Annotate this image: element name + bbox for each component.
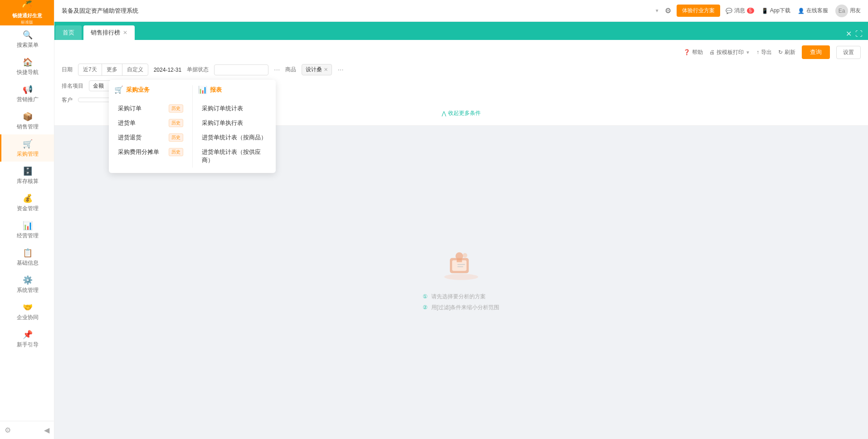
- online-service-item[interactable]: 👤 在线客服: [798, 7, 828, 15]
- filter-row-1: 日期 近7天 更多 自定义 2024-12-31 单据状态 ··· 商品 设计桑: [62, 64, 861, 76]
- guide-nav-icon: 📌: [23, 330, 33, 340]
- collapse-sidebar-icon[interactable]: ◀: [44, 426, 49, 434]
- dropdown-item-incoming-goods[interactable]: 进货单统计表（按商品）: [198, 130, 271, 145]
- logo: 🍊 畅捷通好生意 标准版: [0, 0, 54, 25]
- query-btn[interactable]: 查询: [802, 45, 830, 59]
- tip-num-2: ②: [423, 304, 428, 311]
- purchase-stat-label: 采购订单统计表: [202, 104, 243, 113]
- purchase-exec-label: 采购订单执行表: [202, 119, 243, 127]
- dropdown-item-incoming-supplier[interactable]: 进货单统计表（按供应商）: [198, 145, 271, 168]
- user-avatar-text: Ea: [839, 8, 845, 14]
- inventory-nav-label: 库存核算: [17, 178, 39, 185]
- svg-point-5: [463, 253, 467, 257]
- settings-icon[interactable]: ⚙: [5, 426, 11, 434]
- toolbar-row: ❓ 帮助 🖨 按模板打印 ▼ ↑ 导出 ↻ 刷新 查询 设置: [62, 45, 861, 59]
- logo-text: 畅捷通好生意: [12, 12, 42, 19]
- system-nav-label: 系统管理: [17, 286, 39, 294]
- sidebar-nav: 🔍 搜索菜单 🏠 快捷导航 📢 营销推广 📦 销售管理 🛒 采购管理 🗄️ 库存…: [0, 25, 54, 421]
- tab-close-all-icon[interactable]: ✕: [846, 30, 852, 38]
- dropdown-item-return[interactable]: 进货退货 历史: [114, 130, 187, 145]
- logo-sub: 标准版: [21, 20, 33, 25]
- search-nav-label: 搜索菜单: [17, 41, 39, 49]
- system-title-dropdown-icon[interactable]: ▼: [655, 8, 659, 13]
- collab-nav-icon: 🤝: [23, 302, 33, 312]
- empty-tips: ① 请先选择要分析的方案 ② 用[过滤]条件来缩小分析范围: [423, 291, 499, 313]
- message-icon: 💬: [726, 8, 732, 14]
- sidebar-item-marketing[interactable]: 📢 营销推广: [0, 80, 54, 107]
- tab-sales-rank[interactable]: 销售排行榜 ✕: [83, 25, 135, 40]
- purchase-nav-label: 采购管理: [17, 150, 39, 158]
- search-nav-icon: 🔍: [23, 30, 33, 40]
- print-btn[interactable]: 🖨 按模板打印 ▼: [709, 49, 750, 56]
- sidebar-item-finance[interactable]: 💰 资金管理: [0, 189, 54, 216]
- incoming-label: 进货单: [118, 119, 136, 127]
- help-btn[interactable]: ❓ 帮助: [683, 49, 703, 56]
- header-settings-icon[interactable]: ⚙: [665, 6, 671, 15]
- doc-status-select[interactable]: [214, 64, 268, 75]
- phone-icon: 📱: [761, 8, 768, 14]
- export-icon: ↑: [756, 49, 759, 55]
- quick-nav-icon: 🏠: [23, 57, 33, 67]
- tip-text-2: 用[过滤]条件来缩小分析范围: [431, 304, 500, 311]
- online-service-label: 在线客服: [806, 7, 828, 15]
- sidebar-item-search[interactable]: 🔍 搜索菜单: [0, 25, 54, 53]
- return-label: 进货退货: [118, 133, 141, 142]
- sidebar-item-purchase[interactable]: 🛒 采购管理: [0, 134, 54, 162]
- print-icon: 🖨: [709, 49, 715, 55]
- app-download-item[interactable]: 📱 App下载: [761, 7, 790, 15]
- user-item[interactable]: Ea 用友: [835, 5, 861, 17]
- svg-point-0: [444, 274, 478, 280]
- refresh-btn[interactable]: ↻ 刷新: [778, 49, 795, 56]
- tab-home[interactable]: 首页: [55, 25, 82, 40]
- sales-nav-icon: 📦: [23, 112, 33, 122]
- sidebar-item-operation[interactable]: 📊 经营管理: [0, 216, 54, 243]
- goods-tag-close[interactable]: ✕: [324, 67, 328, 73]
- cost-history: 历史: [169, 148, 183, 156]
- goods-dots[interactable]: ···: [337, 66, 343, 74]
- finance-nav-label: 资金管理: [17, 205, 39, 212]
- sidebar-item-quick[interactable]: 🏠 快捷导航: [0, 53, 54, 80]
- marketing-nav-label: 营销推广: [17, 96, 39, 104]
- app-download-label: App下载: [770, 7, 790, 15]
- incoming-goods-label: 进货单统计表（按商品）: [202, 133, 267, 142]
- doc-status-dots[interactable]: ···: [274, 66, 280, 74]
- purchase-col-title-text: 采购业务: [126, 86, 150, 94]
- message-badge: 5: [747, 8, 754, 14]
- collapse-up-icon: ⋀: [442, 110, 446, 117]
- sidebar-item-system[interactable]: ⚙️ 系统管理: [0, 271, 54, 298]
- operation-nav-label: 经营管理: [17, 232, 39, 240]
- user-label: 用友: [850, 7, 861, 15]
- dropdown-item-purchase-stat[interactable]: 采购订单统计表: [198, 101, 271, 116]
- goods-tag-value: 设计桑: [306, 66, 322, 74]
- message-label: 消息: [734, 7, 745, 15]
- dropdown-item-purchase-order[interactable]: 采购订单 历史: [114, 101, 187, 116]
- collab-nav-label: 企业协同: [17, 314, 39, 321]
- tab-fullscreen-icon[interactable]: ⛶: [855, 30, 863, 38]
- sidebar-item-inventory[interactable]: 🗄️ 库存核算: [0, 162, 54, 189]
- dropdown-item-purchase-exec[interactable]: 采购订单执行表: [198, 116, 271, 130]
- date-more[interactable]: 更多: [102, 64, 122, 75]
- export-btn[interactable]: ↑ 导出: [756, 49, 772, 56]
- logo-icon: 🍊: [21, 0, 33, 12]
- collapse-label: 收起更多条件: [448, 109, 481, 117]
- help-label: 帮助: [692, 49, 703, 56]
- sidebar: 🍊 畅捷通好生意 标准版 🔍 搜索菜单 🏠 快捷导航 📢 营销推广 📦 销售管理…: [0, 0, 54, 439]
- date-custom[interactable]: 自定义: [122, 64, 148, 75]
- sidebar-item-collab[interactable]: 🤝 企业协同: [0, 298, 54, 325]
- industry-btn[interactable]: 体验行业方案: [677, 5, 720, 17]
- message-item[interactable]: 💬 消息 5: [726, 7, 754, 15]
- date-label: 日期: [62, 66, 73, 74]
- sidebar-item-guide[interactable]: 📌 新手引导: [0, 325, 54, 352]
- dropdown-item-incoming[interactable]: 进货单 历史: [114, 116, 187, 130]
- sidebar-item-basic[interactable]: 📋 基础信息: [0, 243, 54, 271]
- doc-status-select-wrap: [214, 64, 268, 75]
- date-7days[interactable]: 近7天: [78, 64, 102, 75]
- tab-sales-rank-close[interactable]: ✕: [123, 30, 127, 36]
- dropdown-item-cost[interactable]: 采购费用分摊单 历史: [114, 145, 187, 159]
- set-btn[interactable]: 设置: [836, 46, 861, 59]
- print-label: 按模板打印: [717, 49, 744, 56]
- purchase-order-history: 历史: [169, 104, 183, 113]
- basic-nav-icon: 📋: [23, 248, 33, 258]
- sidebar-item-sales[interactable]: 📦 销售管理: [0, 107, 54, 134]
- export-label: 导出: [761, 49, 772, 56]
